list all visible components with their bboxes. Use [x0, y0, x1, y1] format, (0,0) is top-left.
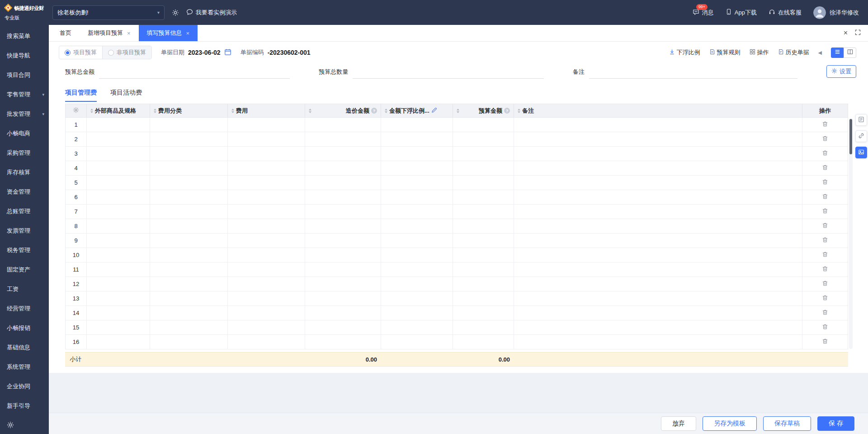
sidebar-item-1[interactable]: 搜索菜单 [0, 26, 49, 46]
table-cell[interactable] [305, 118, 381, 132]
table-cell[interactable] [87, 176, 150, 190]
code-value[interactable]: -20230602-001 [268, 49, 311, 56]
table-cell[interactable] [381, 205, 453, 219]
table-cell[interactable] [514, 335, 802, 349]
table-cell[interactable] [228, 147, 305, 161]
delete-row-button[interactable] [802, 219, 848, 233]
table-cell[interactable] [228, 161, 305, 175]
user-menu[interactable]: 徐泽华修改 [813, 6, 859, 19]
table-cell[interactable] [453, 306, 514, 320]
delete-row-button[interactable] [802, 161, 848, 175]
delete-row-button[interactable] [802, 176, 848, 190]
image-button[interactable] [855, 147, 867, 158]
sort-icon[interactable] [90, 109, 93, 113]
sort-icon[interactable] [385, 109, 387, 113]
tab-project-activity-fee[interactable]: 项目活动费 [110, 89, 142, 102]
info-icon[interactable]: ? [371, 108, 377, 114]
table-cell[interactable] [87, 306, 150, 320]
table-cell[interactable] [305, 176, 381, 190]
close-all-tabs-icon[interactable]: × [844, 29, 848, 37]
remark-input[interactable] [589, 67, 797, 79]
sort-icon[interactable] [518, 109, 520, 113]
table-cell[interactable] [453, 176, 514, 190]
prev-arrow-icon[interactable]: ◀ [818, 50, 822, 56]
sidebar-item-18[interactable]: 系统管理 [0, 357, 49, 377]
table-cell[interactable] [305, 205, 381, 219]
table-cell[interactable] [381, 161, 453, 175]
table-cell[interactable] [150, 176, 228, 190]
delete-row-button[interactable] [802, 118, 848, 132]
sort-icon[interactable] [231, 109, 234, 113]
delete-row-button[interactable] [802, 320, 848, 334]
table-cell[interactable] [228, 248, 305, 262]
table-cell[interactable] [87, 248, 150, 262]
radio-project-budget[interactable]: 项目预算 [59, 46, 102, 59]
table-cell[interactable] [228, 234, 305, 248]
tab-new-project-budget[interactable]: 新增项目预算 × [80, 25, 139, 41]
demo-link[interactable]: 我要看实例演示 [186, 9, 237, 17]
tab-home[interactable]: 首页 [52, 25, 80, 41]
sidebar-item-5[interactable]: 批发管理▾ [0, 104, 49, 124]
table-cell[interactable] [381, 132, 453, 146]
table-cell[interactable] [305, 132, 381, 146]
table-cell[interactable] [87, 219, 150, 233]
table-cell[interactable] [514, 190, 802, 204]
delete-row-button[interactable] [802, 262, 848, 277]
table-cell[interactable] [453, 219, 514, 233]
table-cell[interactable] [150, 118, 228, 132]
table-cell[interactable] [514, 132, 802, 146]
table-cell[interactable] [305, 262, 381, 277]
column-settings-button[interactable] [66, 104, 87, 117]
table-cell[interactable] [87, 262, 150, 277]
float-ratio-button[interactable]: 下浮比例 [669, 48, 700, 57]
table-cell[interactable] [453, 190, 514, 204]
total-quantity-input[interactable] [353, 67, 543, 79]
table-cell[interactable] [381, 248, 453, 262]
settings-button[interactable]: 设置 [826, 65, 856, 78]
app-download-button[interactable]: App下载 [726, 9, 757, 17]
table-cell[interactable] [87, 132, 150, 146]
close-tab-icon[interactable]: × [127, 30, 131, 36]
scrollbar-thumb[interactable] [849, 119, 852, 154]
table-cell[interactable] [87, 161, 150, 175]
calendar-icon[interactable] [224, 48, 231, 57]
delete-row-button[interactable] [802, 190, 848, 204]
table-cell[interactable] [514, 320, 802, 334]
sidebar-item-8[interactable]: 库存核算 [0, 162, 49, 182]
table-cell[interactable] [228, 335, 305, 349]
table-cell[interactable] [305, 161, 381, 175]
table-cell[interactable] [150, 277, 228, 291]
table-cell[interactable] [305, 234, 381, 248]
table-cell[interactable] [87, 320, 150, 334]
table-cell[interactable] [381, 219, 453, 233]
sidebar-item-12[interactable]: 税务管理 [0, 240, 49, 260]
delete-row-button[interactable] [802, 306, 848, 320]
delete-row-button[interactable] [802, 277, 848, 291]
messages-button[interactable]: 99+ 消息 [693, 9, 714, 17]
sidebar-item-17[interactable]: 基础信息 [0, 338, 49, 357]
table-cell[interactable] [381, 176, 453, 190]
table-cell[interactable] [87, 291, 150, 305]
table-cell[interactable] [514, 291, 802, 305]
delete-row-button[interactable] [802, 205, 848, 219]
table-cell[interactable] [228, 219, 305, 233]
operations-button[interactable]: 操作 [750, 48, 769, 57]
memo-button[interactable] [855, 114, 867, 126]
radio-non-project-budget[interactable]: 非项目预算 [102, 46, 151, 59]
table-cell[interactable] [228, 132, 305, 146]
table-cell[interactable] [150, 291, 228, 305]
delete-row-button[interactable] [802, 291, 848, 305]
sidebar-item-19[interactable]: 企业协同 [0, 377, 49, 396]
table-cell[interactable] [87, 335, 150, 349]
history-documents-button[interactable]: 历史单据 [778, 48, 809, 57]
table-cell[interactable] [453, 248, 514, 262]
table-cell[interactable] [514, 219, 802, 233]
table-cell[interactable] [381, 335, 453, 349]
table-cell[interactable] [150, 219, 228, 233]
table-cell[interactable] [305, 248, 381, 262]
delete-row-button[interactable] [802, 335, 848, 349]
date-value[interactable]: 2023-06-02 [188, 49, 221, 56]
table-cell[interactable] [228, 118, 305, 132]
table-cell[interactable] [305, 335, 381, 349]
table-cell[interactable] [381, 234, 453, 248]
